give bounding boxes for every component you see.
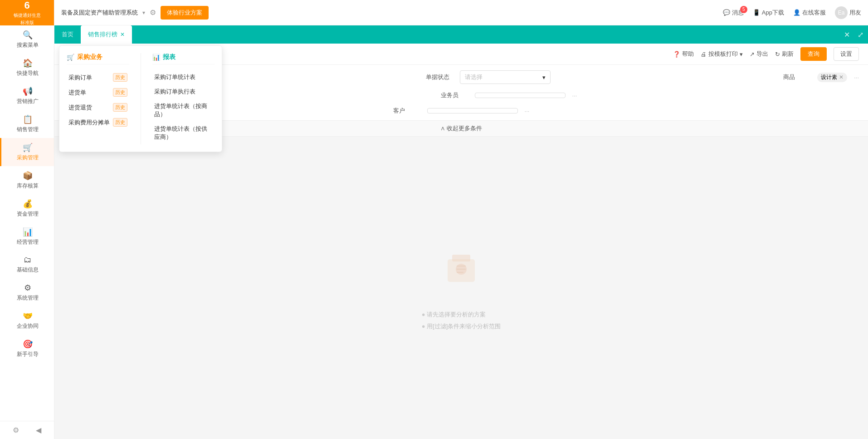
sidebar-collapse-icon[interactable]: ◀: [36, 426, 41, 434]
goods-tag-value: 设计素: [821, 74, 837, 81]
search-icon: 🔍: [23, 30, 33, 40]
sidebar-item-label: 新手引导: [17, 350, 39, 358]
dropdown-item-order-exec[interactable]: 采购订单执行表: [152, 84, 215, 99]
sidebar-item-label: 资金管理: [17, 210, 39, 218]
salesman-select[interactable]: [475, 93, 566, 98]
sidebar-item-marketing[interactable]: 📢 营销推广: [0, 82, 54, 110]
order-exec-label: 采购订单执行表: [154, 88, 195, 96]
tab-home[interactable]: 首页: [54, 25, 81, 44]
cart-icon: 🛒: [23, 143, 33, 153]
svg-rect-1: [452, 255, 470, 261]
dropdown-item-purchase-order[interactable]: 采购订单 历史: [67, 70, 129, 85]
user-item[interactable]: Ea 用友: [835, 6, 861, 19]
dropdown-item-expense[interactable]: 采购费用分摊单 历史: [67, 115, 129, 130]
dropdown-divider: [141, 53, 141, 144]
purchase-order-label: 采购订单: [68, 74, 92, 82]
dropdown-item-incoming[interactable]: 进货单 历史: [67, 85, 129, 100]
report-col: 📊 报表 采购订单统计表 采购订单执行表 进货单统计表（按商品） 进货单统计表（…: [152, 53, 215, 144]
refresh-icon: ↻: [775, 51, 780, 58]
refresh-label: 刷新: [782, 50, 794, 58]
sidebar-bottom: ⚙ ◀: [0, 421, 54, 439]
sidebar-item-purchase[interactable]: 🛒 采购管理: [0, 138, 54, 166]
industry-btn[interactable]: 体验行业方案: [161, 6, 209, 20]
dropdown-item-order-stat[interactable]: 采购订单统计表: [152, 70, 215, 84]
tab-bar-close-icon[interactable]: ✕: [844, 30, 850, 39]
header-gear-icon[interactable]: ⚙: [150, 8, 156, 17]
help-icon: ❓: [673, 51, 680, 58]
sidebar-settings-icon[interactable]: ⚙: [13, 426, 19, 434]
salesman-more-dots[interactable]: ···: [572, 92, 577, 99]
refresh-btn[interactable]: ↻ 刷新: [775, 50, 794, 58]
logo: 6 畅捷通好生意 标准版: [0, 0, 54, 25]
logo-icon: 6: [24, 0, 29, 11]
history-badge-2: 历史: [113, 88, 127, 97]
return-label: 进货退货: [68, 104, 92, 112]
purchase-col-label: 采购业务: [77, 53, 102, 61]
message-icon: 💬: [723, 9, 730, 16]
dropdown-item-return[interactable]: 进货退货 历史: [67, 100, 129, 115]
help-label: 帮助: [682, 50, 694, 58]
expense-label: 采购费用分摊单: [68, 118, 110, 127]
history-badge-4: 历史: [113, 118, 127, 127]
message-item[interactable]: 💬 5 消息: [723, 9, 744, 17]
dropdown-item-incoming-supplier-stat[interactable]: 进货单统计表（按供应商）: [152, 122, 215, 144]
tab-close-icon[interactable]: ✕: [120, 31, 125, 38]
sidebar-item-quick-nav[interactable]: 🏠 快捷导航: [0, 54, 54, 82]
sidebar-item-label: 营销推广: [17, 98, 39, 105]
sidebar-item-inventory[interactable]: 📦 库存核算: [0, 166, 54, 194]
goods-tag-remove[interactable]: ✕: [839, 74, 844, 80]
empty-tip-1: 请先选择要分析的方案: [422, 309, 501, 321]
print-btn[interactable]: 🖨 按模板打印 ▾: [701, 50, 743, 58]
online-service-item[interactable]: 👤 在线客服: [793, 9, 826, 17]
sidebar-item-label: 销售管理: [17, 126, 39, 133]
app-download-item[interactable]: 📱 App下载: [753, 9, 784, 17]
purchase-col-icon: 🛒: [67, 54, 74, 61]
doc-status-label: 单据状态: [426, 73, 453, 81]
service-icon: 👤: [793, 9, 800, 16]
sidebar-item-basic[interactable]: 🗂 基础信息: [0, 251, 54, 278]
customer-select[interactable]: [427, 108, 518, 113]
export-label: 导出: [756, 50, 768, 58]
goods-more-dots[interactable]: ···: [854, 74, 859, 81]
export-icon: ↗: [750, 51, 755, 58]
incoming-supplier-stat-label: 进货单统计表（按供应商）: [154, 125, 213, 141]
sidebar-item-guide[interactable]: 🎯 新手引导: [0, 335, 54, 363]
money-icon: 💰: [23, 199, 33, 209]
sidebar-item-sales[interactable]: 📋 销售管理: [0, 110, 54, 138]
empty-tips: 请先选择要分析的方案 用[过滤]条件来缩小分析范围: [422, 309, 501, 332]
tab-home-label: 首页: [62, 30, 73, 39]
export-btn[interactable]: ↗ 导出: [750, 50, 768, 58]
goods-tag: 设计素 ✕: [817, 73, 847, 82]
user-label: 用友: [849, 9, 861, 17]
sidebar-item-finance[interactable]: 💰 资金管理: [0, 194, 54, 222]
header-dropdown-icon[interactable]: ▾: [142, 10, 145, 16]
sidebar-item-operation[interactable]: 📊 经营管理: [0, 222, 54, 251]
tab-bar-expand-icon[interactable]: ⤢: [858, 30, 863, 39]
collapse-icon: ∧: [440, 125, 445, 132]
sidebar-item-enterprise[interactable]: 🤝 企业协同: [0, 306, 54, 335]
box-icon: 📦: [23, 171, 33, 181]
doc-status-select[interactable]: 请选择 ▾: [460, 70, 551, 84]
customer-more-dots[interactable]: ···: [525, 108, 530, 114]
report-col-label: 报表: [163, 53, 176, 61]
help-btn[interactable]: ❓ 帮助: [673, 50, 694, 58]
incoming-label: 进货单: [68, 89, 86, 97]
print-icon: 🖨: [701, 51, 707, 58]
top-header: 装备及固定资产辅助管理系统 ▾ ⚙ 体验行业方案 💬 5 消息 📱 App下载 …: [54, 0, 868, 25]
empty-state: 请先选择要分析的方案 用[过滤]条件来缩小分析范围: [54, 137, 868, 439]
query-btn[interactable]: 查询: [800, 47, 827, 61]
sidebar-item-label: 快捷导航: [17, 69, 39, 77]
chart-icon: 📊: [23, 227, 33, 237]
sidebar-item-system[interactable]: ⚙ 系统管理: [0, 278, 54, 306]
collapse-label: 收起更多条件: [447, 125, 482, 132]
tab-bar: 首页 销售排行榜 ✕ ✕ ⤢: [54, 25, 868, 44]
tab-sales-rank[interactable]: 销售排行榜 ✕: [81, 25, 132, 44]
megaphone-icon: 📢: [23, 86, 33, 96]
salesman-label: 业务员: [441, 91, 468, 99]
sidebar-item-label: 采购管理: [17, 154, 39, 162]
sidebar-item-search[interactable]: 🔍 搜索菜单: [0, 25, 54, 54]
dropdown-item-incoming-goods-stat[interactable]: 进货单统计表（按商品）: [152, 99, 215, 122]
settings-btn[interactable]: 设置: [834, 47, 859, 61]
system-name: 装备及固定资产辅助管理系统: [61, 9, 138, 17]
handshake-icon: 🤝: [23, 311, 33, 321]
